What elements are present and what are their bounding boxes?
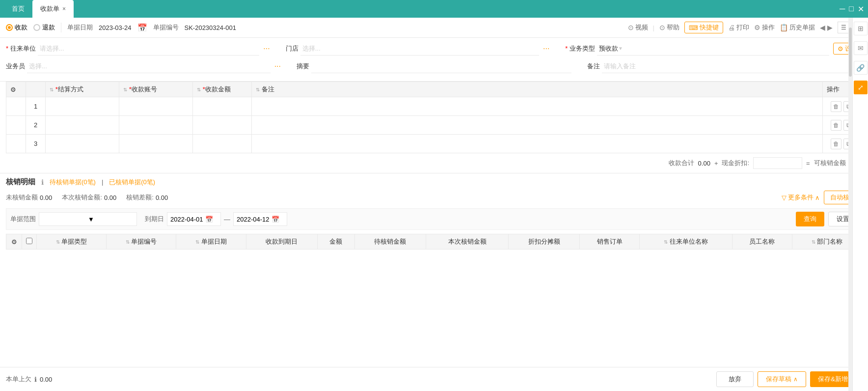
row3-account[interactable] [119, 135, 193, 153]
btcol-due-header: 收款到期日 [246, 234, 317, 250]
btcol-pending-header: 待核销金额 [354, 234, 426, 250]
hexiao-table: ⚙ ⇅ 单据类型 ⇅ 单据编号 ⇅ 单据日期 收款到期日 金额 待核销金额 本次… [6, 234, 862, 250]
due-date-start-value: 2022-04-01 [170, 216, 203, 223]
range-select[interactable]: ▼ [39, 212, 137, 226]
tab-receipt-label: 收款单 [40, 0, 59, 18]
col-account-header: ⇅ *收款账号 [119, 82, 193, 97]
select-all-checkbox[interactable] [26, 238, 32, 244]
view-list-btn[interactable]: ☰ [838, 22, 849, 33]
ops-btn[interactable]: ⚙ 操作 [754, 23, 775, 32]
nav-next-icon[interactable]: ▶ [827, 24, 833, 31]
calendar-icon[interactable]: 📅 [137, 23, 147, 32]
row2-amount[interactable] [193, 116, 252, 135]
form-row-1: * 往来单位 ··· 门店 选择... ··· * 业务类型 预收款 ▼ [6, 42, 862, 56]
btcol-checkbox-header[interactable] [22, 234, 37, 250]
more-filter-btn[interactable]: ▽ 更多条件 ∧ [782, 193, 820, 202]
row3-note[interactable] [252, 135, 823, 153]
due-date-start[interactable]: 2022-04-01 📅 [167, 212, 221, 226]
history-btn[interactable]: 📋 历史单据 [780, 23, 815, 32]
no-value: SK-20230324-001 [185, 24, 237, 31]
shortcut-btn[interactable]: ⌨ 快捷键 [684, 22, 723, 33]
hexiao-title: 核销明细 [6, 177, 35, 187]
row1-delete-icon[interactable]: 🗑 [831, 101, 841, 112]
main-content: 收款 退款 单据日期 2023-03-24 📅 单据编号 SK-20230324… [0, 18, 868, 391]
window-minimize-icon[interactable]: ─ [840, 4, 845, 14]
radio-receipt[interactable]: 收款 [6, 23, 27, 32]
hexiao-info-icon[interactable]: ℹ [41, 178, 44, 186]
window-restore-icon[interactable]: □ [849, 4, 854, 14]
table-settings-icon[interactable]: ⚙ [10, 86, 16, 93]
staff-select[interactable]: 选择... [27, 59, 271, 73]
footer: 本单上欠 ℹ 0.00 放弃 保存草稿 ∧ 保存&新增 ∧ [0, 367, 868, 391]
abandon-btn[interactable]: 放弃 [716, 371, 754, 387]
remark-label: 备注 [587, 62, 600, 71]
partner-input[interactable] [38, 42, 260, 56]
video-icon: ⊙ [628, 24, 634, 31]
remark-input[interactable] [602, 59, 862, 73]
row3-amount[interactable] [193, 135, 252, 153]
done-tab[interactable]: 已核销单据(0笔) [109, 178, 155, 187]
print-btn[interactable]: 🖨 打印 [728, 23, 749, 32]
footer-info-icon[interactable]: ℹ [34, 376, 37, 383]
summary-input[interactable] [311, 59, 571, 73]
shop-field: 门店 选择... ··· [286, 42, 550, 56]
row2-delete-icon[interactable]: 🗑 [831, 120, 841, 131]
current-label: 本次核销金额: [62, 193, 102, 202]
diff-value: 0.00 [156, 194, 168, 201]
col-settings-header[interactable]: ⚙ [6, 82, 26, 97]
discount-input[interactable] [753, 157, 802, 169]
save-draft-btn[interactable]: 保存草稿 ∧ [758, 371, 806, 387]
calendar-start-icon[interactable]: 📅 [205, 216, 213, 223]
row1-amount[interactable] [193, 97, 252, 116]
row1-settle[interactable] [46, 97, 119, 116]
btcol-date-header: ⇅ 单据日期 [176, 234, 246, 250]
filter-icon: ▽ [782, 194, 787, 201]
summary-label: 摘要 [297, 62, 309, 71]
shop-select[interactable]: 选择... [300, 42, 539, 56]
footer-right: 放弃 保存草稿 ∧ 保存&新增 ∧ [716, 371, 862, 387]
partner-label: * 往来单位 [6, 44, 36, 53]
staff-more-icon[interactable]: ··· [274, 62, 281, 71]
col-num-header [26, 82, 46, 97]
row2-settle[interactable] [46, 116, 119, 135]
sidebar-mail-icon[interactable]: ✉ [854, 41, 868, 55]
summary-field: 摘要 [297, 59, 571, 73]
radio-refund[interactable]: 退款 [33, 23, 55, 32]
row2-account[interactable] [119, 116, 193, 135]
staff-placeholder: 选择... [29, 62, 269, 71]
row2-note[interactable] [252, 116, 823, 135]
shop-more-icon[interactable]: ··· [543, 44, 549, 53]
tab-close-icon[interactable]: × [62, 0, 66, 18]
tab-receipt[interactable]: 收款单 × [32, 0, 74, 18]
row1-note[interactable] [252, 97, 823, 116]
sidebar-expand-icon[interactable]: ⤢ [854, 81, 868, 94]
row3-delete-icon[interactable]: 🗑 [831, 139, 841, 149]
sidebar-table-icon[interactable]: ⊞ [854, 22, 868, 35]
window-close-icon[interactable]: ✕ [858, 4, 864, 14]
row1-account[interactable] [119, 97, 193, 116]
range-filter: 单据范围 ▼ [10, 212, 137, 226]
print-label: 打印 [736, 23, 749, 32]
row1-num: 1 [26, 97, 46, 116]
sidebar-link-icon[interactable]: 🔗 [854, 61, 868, 75]
pending-tab[interactable]: 待核销单据(0笔) [50, 178, 96, 187]
due-date-end[interactable]: 2022-04-12 📅 [233, 212, 287, 226]
scroll-thumb[interactable] [849, 28, 852, 77]
filter-row: 单据范围 ▼ 到期日 2022-04-01 📅 — 2022-04-12 📅 [6, 208, 862, 230]
partner-more-icon[interactable]: ··· [263, 44, 270, 53]
biz-type-arrow-icon: ▼ [618, 46, 623, 51]
history-label: 历史单据 [789, 23, 815, 32]
btcol-settings-header[interactable]: ⚙ [6, 234, 22, 250]
query-btn[interactable]: 查询 [796, 212, 824, 226]
tab-home[interactable]: 首页 [4, 0, 32, 18]
video-btn[interactable]: ⊙ 视频 [628, 23, 648, 32]
bt-settings-icon[interactable]: ⚙ [11, 238, 17, 246]
save-draft-label: 保存草稿 [766, 375, 791, 384]
calendar-end-icon[interactable]: 📅 [271, 216, 279, 223]
help-btn[interactable]: ⊙ 帮助 [659, 23, 679, 32]
biz-type-select[interactable]: 预收款 ▼ [597, 42, 829, 56]
row3-settle[interactable] [46, 135, 119, 153]
scrollbar[interactable] [848, 18, 852, 391]
nav-prev-icon[interactable]: ◀ [820, 24, 825, 31]
settings-icon: ⚙ [838, 45, 843, 53]
